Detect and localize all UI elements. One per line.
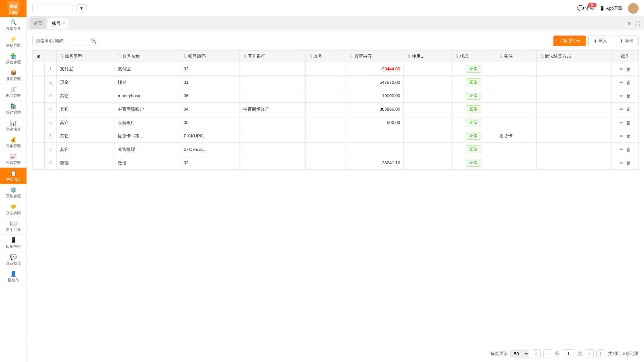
delete-button[interactable]: 🗑 [625, 160, 632, 166]
row-account-name: 提货卡（零... [114, 129, 180, 143]
col-label: 最新余额 [354, 54, 372, 59]
row-latest-balance: 500.00 [346, 116, 404, 129]
col-header-account_type[interactable]: ⇅账号类型 [57, 51, 114, 62]
message-area[interactable]: 💬 消息 99+ [577, 5, 594, 11]
col-label: 状态 [460, 54, 469, 59]
sidebar-item-search-menu[interactable]: 🔍搜索菜单 [0, 17, 26, 34]
maximize-tab-btn[interactable]: ⛶ [634, 19, 641, 27]
sidebar-item-inventory[interactable]: 📊库存核算 [0, 117, 26, 134]
page-number-input[interactable] [562, 349, 575, 358]
status-badge: 正常 [466, 65, 481, 73]
sidebar-item-beginner-guide[interactable]: 📖新手引导 [0, 218, 26, 235]
delete-button[interactable]: 🗑 [625, 119, 632, 126]
row-account-no [306, 156, 346, 170]
edit-button[interactable]: ✏ [618, 79, 625, 86]
col-sort-icon: ⇅ [455, 54, 459, 59]
close-tab-btn[interactable]: ✕ [626, 19, 633, 27]
row-account-code: PICKUPC... [180, 129, 240, 143]
export-button[interactable]: ⬇ 导出 [615, 36, 639, 46]
row-status: 正常 [451, 62, 496, 76]
sidebar-item-finance-mgmt[interactable]: 💰资金管理 [0, 134, 26, 151]
tab-account[interactable]: 账号× [48, 18, 69, 29]
row-action-cell: ✏🗑 [612, 89, 639, 103]
col-label: 默认结算方式 [545, 54, 571, 59]
app-center-icon: 📱 [10, 237, 17, 243]
row-account-code: 04 [180, 103, 240, 116]
row-index-cell: 3 [45, 89, 57, 103]
edit-button[interactable]: ✏ [618, 119, 625, 126]
row-usage [404, 156, 451, 170]
ops-mgmt-icon: 📈 [10, 153, 17, 160]
row-account-no [306, 103, 346, 116]
user-avatar[interactable] [628, 3, 639, 14]
enterprise-agreement-icon: 🤝 [10, 203, 17, 210]
add-account-button[interactable]: + 新增账号 [553, 36, 586, 46]
delete-button[interactable]: 🗑 [625, 133, 632, 139]
header-search-input[interactable] [32, 4, 72, 13]
edit-button[interactable]: ✏ [618, 146, 625, 153]
col-header-status[interactable]: ⇅状态 [451, 51, 496, 62]
col-header-account_no[interactable]: ⇅账号 [306, 51, 346, 62]
col-header-usage[interactable]: ⇅使用... [404, 51, 451, 62]
row-account-type: 其它 [57, 103, 114, 116]
col-header-remark[interactable]: ⇅备注 [496, 51, 537, 62]
row-account-name: moneybosx [114, 89, 180, 103]
col-header-gear: ⚙ [33, 51, 45, 62]
gear-icon[interactable]: ⚙ [37, 54, 41, 59]
app-download-btn[interactable]: 📱 App下载 [599, 5, 623, 11]
col-sort-icon: ⇅ [118, 54, 121, 59]
edit-button[interactable]: ✏ [618, 160, 625, 166]
sidebar-item-enterprise-wechat[interactable]: 💬企业微信 [0, 251, 26, 268]
row-bank [239, 76, 305, 89]
last-page-btn[interactable]: ⟫ [596, 349, 605, 358]
first-page-btn[interactable]: ⟪ [532, 349, 541, 358]
row-latest-balance: 10000.00 [346, 89, 404, 103]
next-page-btn[interactable]: › [585, 349, 594, 358]
col-header-bank[interactable]: ⇅开户银行 [239, 51, 305, 62]
row-bank: 中百商场账户 [239, 103, 305, 116]
sidebar-item-wholesale-mgmt[interactable]: 📦批发管理 [0, 67, 26, 84]
row-latest-balance: 383866.00 [346, 103, 404, 116]
edit-button[interactable]: ✏ [618, 133, 625, 139]
sidebar-label: 系统管理 [6, 194, 21, 199]
edit-button[interactable]: ✏ [618, 106, 625, 113]
edit-button[interactable]: ✏ [618, 66, 625, 72]
row-account-type: 其它 [57, 116, 114, 129]
col-header-account_name[interactable]: ⇅账号名称 [114, 51, 180, 62]
sidebar-label: 资金管理 [6, 143, 21, 148]
col-label: 开户银行 [248, 54, 265, 59]
sidebar-item-system-mgmt[interactable]: ⚙️系统管理 [0, 184, 26, 201]
sidebar-item-enterprise-agreement[interactable]: 🤝企业协同 [0, 201, 26, 218]
prev-page-btn[interactable]: ‹ [543, 349, 552, 358]
import-button[interactable]: ⬆ 导入 [588, 36, 612, 46]
col-header-account_code[interactable]: ⇅账号编码 [180, 51, 240, 62]
delete-button[interactable]: 🗑 [625, 106, 632, 113]
sidebar-item-member[interactable]: 👤畅会员 [0, 268, 26, 285]
sidebar-item-app-center[interactable]: 📱应用中心 [0, 235, 26, 251]
sidebar-item-quick-nav[interactable]: ⚡快捷导航 [0, 34, 26, 50]
col-sort-icon: ⇅ [499, 54, 503, 59]
delete-button[interactable]: 🗑 [625, 146, 632, 153]
delete-button[interactable]: 🗑 [625, 93, 632, 99]
header-dropdown-btn[interactable]: ▼ [76, 4, 87, 12]
col-header-default_settlement[interactable]: ⇅默认结算方式 [537, 51, 612, 62]
page-size-select[interactable]: 102050100 [511, 350, 529, 358]
inventory-icon: 📊 [10, 120, 17, 126]
delete-button[interactable]: 🗑 [625, 79, 632, 86]
col-header-latest_balance[interactable]: ⇅最新余额 [346, 51, 404, 62]
sidebar-item-ops-mgmt[interactable]: 📈经营管理 [0, 151, 26, 168]
row-account-type: 其它 [57, 143, 114, 156]
row-bank [239, 89, 305, 103]
tab-close-account[interactable]: × [63, 21, 65, 26]
delete-button[interactable]: 🗑 [625, 66, 632, 72]
sidebar-item-basic-info[interactable]: 📋基础信息 [0, 168, 26, 184]
sidebar-item-ecommerce-mgmt[interactable]: 🛒电商管理 [0, 84, 26, 101]
tab-home[interactable]: 首页 [30, 18, 46, 29]
sidebar-item-retail-mgmt[interactable]: 🏪零售管理 [0, 50, 26, 67]
account-search-input[interactable] [33, 37, 88, 46]
sidebar-item-purchase-mgmt[interactable]: 🛍️采购管理 [0, 101, 26, 117]
search-button[interactable]: 🔍 [88, 36, 99, 46]
row-account-name: 中百商场账户 [114, 103, 180, 116]
edit-button[interactable]: ✏ [618, 93, 625, 99]
status-badge: 正常 [466, 159, 481, 167]
